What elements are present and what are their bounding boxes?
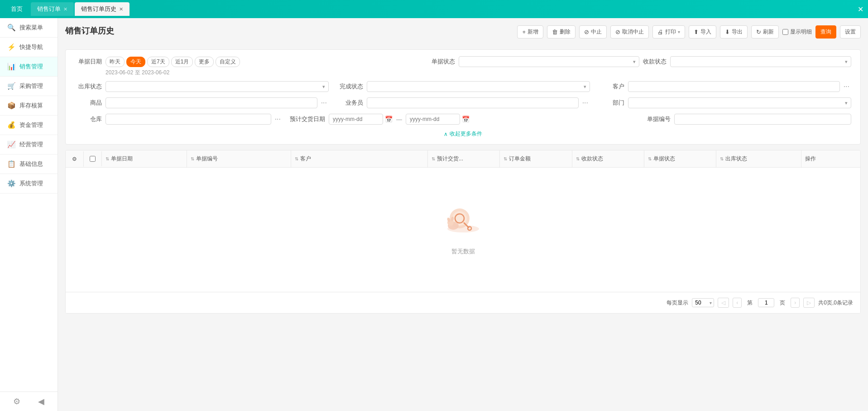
filter-row-4: 仓库 ··· 预计交货日期 📅 — 📅 [75,114,851,125]
complete-status-select[interactable] [367,81,590,92]
sidebar-item-finance[interactable]: 💰 资金管理 [0,116,58,135]
export-button[interactable]: ⬇ 导出 [720,25,748,39]
sort-out-status-icon[interactable]: ⇅ [720,156,724,161]
sort-receipt-icon[interactable]: ⇅ [576,156,580,161]
sidebar-item-operations[interactable]: 📈 经营管理 [0,135,58,155]
th-settings[interactable]: ⚙ [66,151,84,167]
filter-row-3: 商品 ··· 业务员 ··· 部门 [75,97,851,108]
filter-row-2: 出库状态 完成状态 客户 [75,81,851,92]
product-control: ··· [106,97,329,108]
th-checkbox[interactable] [84,151,102,166]
new-button[interactable]: + 新增 [517,25,543,39]
order-number-input[interactable] [674,114,851,125]
date-btn-more[interactable]: 更多 [195,57,214,67]
tab-sales-order-history-close[interactable]: ✕ [119,6,123,12]
sidebar-item-inventory[interactable]: 📦 库存核算 [0,96,58,116]
date-label: 单据日期 [75,58,102,66]
dept-select[interactable] [628,97,851,108]
receipt-status-select[interactable] [670,56,851,67]
page-input[interactable] [758,298,774,307]
content-area: 销售订单历史 + 新增 🗑 删除 ⊘ 中止 ⊘ 取消中止 [58,18,868,411]
warehouse-dots[interactable]: ··· [273,115,283,123]
date-btn-last-month[interactable]: 近1月 [171,57,193,67]
warehouse-input[interactable] [106,114,271,125]
date-dash: — [396,116,402,123]
first-page-btn[interactable]: ◁ [718,298,729,308]
sidebar-collapse-icon[interactable]: ◀ [38,396,44,406]
delete-button[interactable]: 🗑 删除 [547,25,575,39]
settings-button[interactable]: 设置 [840,25,861,39]
sidebar-settings-icon[interactable]: ⚙ [13,396,20,406]
display-detail-label[interactable]: 显示明细 [782,28,812,36]
out-status-label: 出库状态 [75,82,102,91]
search-menu-icon: 🔍 [7,24,16,32]
next-page-btn[interactable]: › [791,298,800,308]
tab-home[interactable]: 首页 [5,2,29,16]
refresh-icon: ↻ [756,29,761,35]
operations-icon: 📈 [7,140,16,149]
refresh-button[interactable]: ↻ 刷新 [751,25,779,39]
date-btn-today[interactable]: 今天 [126,57,145,67]
date-btn-yesterday[interactable]: 昨天 [106,57,125,67]
complete-status-label: 完成状态 [336,82,363,91]
collapse-row[interactable]: ∧ 收起更多条件 [75,130,851,138]
delivery-date-end[interactable] [406,114,460,125]
sort-icon[interactable]: ⇅ [106,156,109,161]
total-text: 共0页,0条记录 [818,299,853,307]
tab-sales-order-close[interactable]: ✕ [63,6,67,12]
order-status-select[interactable] [459,56,640,67]
sort-customer-icon[interactable]: ⇅ [295,156,298,161]
sort-num-icon[interactable]: ⇅ [191,156,194,161]
page-size-select[interactable]: 10 20 50 100 [692,298,714,307]
tab-sales-order-history[interactable]: 销售订单历史 ✕ [75,2,129,16]
prev-page-btn[interactable]: ‹ [733,298,742,308]
sidebar-item-system[interactable]: ⚙️ 系统管理 [0,174,58,193]
sidebar-item-search-menu[interactable]: 🔍 搜索菜单 [0,18,58,38]
sort-delivery-icon[interactable]: ⇅ [432,156,435,161]
collapse-icon: ∧ [444,131,448,137]
cancel-stop-icon: ⊘ [615,29,620,35]
sales-rep-dots[interactable]: ··· [580,99,590,107]
th-receipt-status: ⇅ 收款状态 [572,150,644,167]
tab-sales-order[interactable]: 销售订单 ✕ [31,2,74,16]
sidebar-item-basic-info[interactable]: 📋 基础信息 [0,155,58,174]
delivery-date-start[interactable] [329,114,383,125]
page-label-after: 页 [780,299,785,307]
import-button[interactable]: ⬆ 导入 [689,25,716,39]
window-close[interactable]: ✕ [858,5,863,14]
finance-icon: 💰 [7,121,16,129]
query-button[interactable]: 查询 [815,25,836,39]
sort-amount-icon[interactable]: ⇅ [504,156,507,161]
product-input[interactable] [106,97,317,108]
product-dots[interactable]: ··· [319,99,329,107]
sidebar-item-sales-mgmt[interactable]: 📊 销售管理 [0,57,58,77]
sort-order-status-icon[interactable]: ⇅ [648,156,652,161]
stop-button[interactable]: ⊘ 中止 [579,25,607,39]
sales-rep-input[interactable] [367,97,579,108]
receipt-status-label: 收款状态 [639,58,667,66]
main-layout: 🔍 搜索菜单 ⚡ 快捷导航 📊 销售管理 🛒 采购管理 📦 库存核算 💰 资金管… [0,18,868,411]
display-detail-checkbox[interactable] [782,29,788,35]
last-page-btn[interactable]: ▷ [803,298,815,308]
select-all-checkbox[interactable] [90,156,96,162]
sidebar-item-purchase-mgmt[interactable]: 🛒 采购管理 [0,77,58,96]
new-icon: + [522,29,526,35]
out-status-select[interactable] [106,81,329,92]
customer-dots[interactable]: ··· [842,82,851,91]
sidebar-bottom: ⚙ ◀ [0,392,58,411]
sales-mgmt-icon: 📊 [7,63,16,71]
inventory-icon: 📦 [7,102,16,110]
cal-start-icon[interactable]: 📅 [385,116,393,123]
th-customer: ⇅ 客户 [291,150,428,167]
export-icon: ⬇ [725,29,730,35]
cancel-stop-button[interactable]: ⊘ 取消中止 [610,25,649,39]
sidebar-item-quick-nav[interactable]: ⚡ 快捷导航 [0,38,58,57]
import-icon: ⬆ [694,29,699,35]
table-header: ⚙ ⇅ 单据日期 ⇅ 单据编号 ⇅ 客户 ⇅ [66,150,860,168]
date-btn-last7[interactable]: 近7天 [147,57,169,67]
customer-input[interactable] [628,81,840,92]
cal-end-icon[interactable]: 📅 [462,116,470,123]
empty-illustration [441,195,486,240]
date-btn-custom[interactable]: 自定义 [216,57,240,67]
print-button[interactable]: 🖨 打印 ▾ [652,25,685,39]
